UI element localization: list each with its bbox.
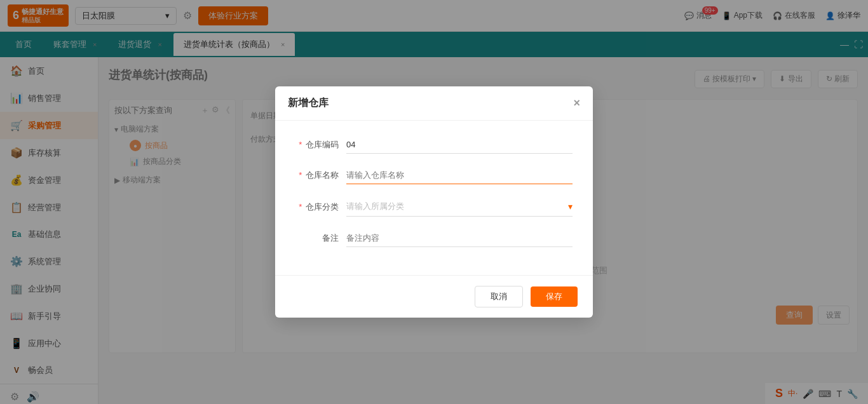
warehouse-code-row: * 仓库编码: [295, 136, 573, 154]
modal-close-button[interactable]: ×: [573, 97, 580, 110]
modal-title: 新增仓库: [288, 97, 329, 110]
warehouse-code-input[interactable]: [346, 136, 573, 154]
warehouse-name-row: * 仓库名称: [295, 166, 573, 184]
modal-body: * 仓库编码 * 仓库名称 * 仓库分类 请输入: [275, 121, 593, 275]
required-star: *: [299, 140, 302, 149]
warehouse-code-label: * 仓库编码: [295, 139, 346, 151]
warehouse-remark-input[interactable]: [346, 229, 573, 247]
warehouse-remark-row: 备注: [295, 229, 573, 247]
warehouse-category-row: * 仓库分类 请输入所属分类 ▾: [295, 197, 573, 217]
required-star: *: [299, 202, 302, 212]
warehouse-remark-label: 备注: [295, 232, 346, 244]
modal-footer: 取消 保存: [275, 275, 593, 318]
warehouse-name-input[interactable]: [346, 166, 573, 184]
modal-header: 新增仓库 ×: [275, 86, 593, 121]
modal-overlay: 新增仓库 × * 仓库编码 * 仓库名称: [0, 0, 868, 404]
warehouse-category-select[interactable]: 请输入所属分类 ▾: [346, 197, 573, 217]
new-warehouse-modal: 新增仓库 × * 仓库编码 * 仓库名称: [275, 86, 593, 318]
required-star: *: [299, 170, 302, 180]
warehouse-name-label: * 仓库名称: [295, 170, 346, 181]
select-arrow-icon: ▾: [568, 201, 573, 212]
save-button[interactable]: 保存: [531, 286, 578, 307]
cancel-button[interactable]: 取消: [475, 286, 523, 307]
warehouse-category-label: * 仓库分类: [295, 201, 346, 213]
